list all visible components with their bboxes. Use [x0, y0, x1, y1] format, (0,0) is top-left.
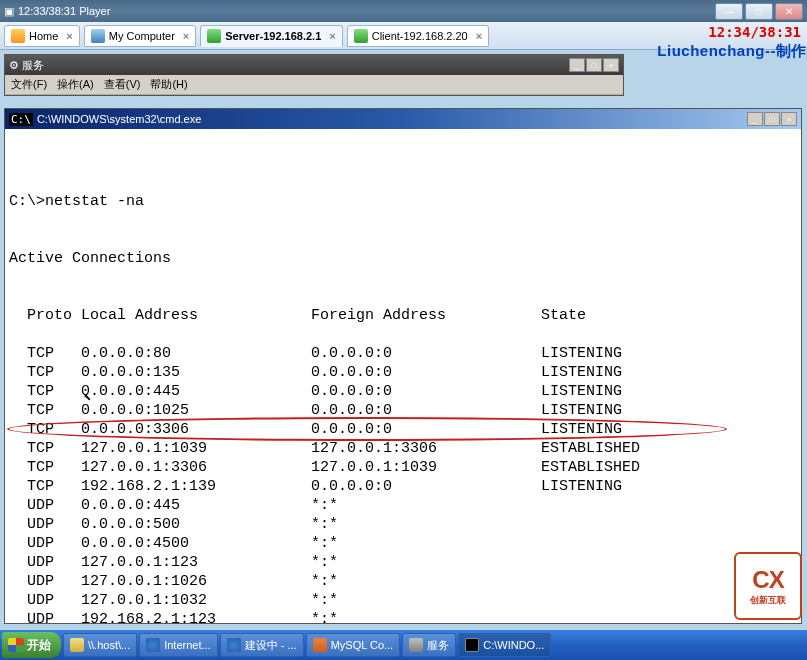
player-icon: ▣ — [4, 5, 14, 18]
tab-close-icon[interactable]: × — [183, 30, 189, 42]
cmd-title: C:\WINDOWS\system32\cmd.exe — [37, 113, 201, 125]
tab-close-icon[interactable]: × — [476, 30, 482, 42]
services-close[interactable]: × — [603, 58, 619, 72]
foreign-address-cell: *:* — [311, 572, 541, 591]
tab-client-192-168-2-20[interactable]: Client-192.168.2.20× — [347, 25, 489, 47]
state-cell: LISTENING — [541, 363, 797, 382]
proto-cell: TCP — [9, 344, 81, 363]
foreign-address-cell: *:* — [311, 496, 541, 515]
proto-cell: TCP — [9, 363, 81, 382]
close-button[interactable]: ✕ — [775, 3, 803, 20]
cmdtask-icon — [465, 638, 479, 652]
state-cell: LISTENING — [541, 382, 797, 401]
menu-item[interactable]: 帮助(H) — [150, 77, 187, 92]
connection-row: TCP0.0.0.0:33060.0.0.0:0LISTENING — [9, 420, 797, 439]
local-address-cell: 0.0.0.0:4500 — [81, 534, 311, 553]
foreign-address-cell: *:* — [311, 534, 541, 553]
start-button[interactable]: 开始 — [2, 632, 61, 658]
tab-label: My Computer — [109, 30, 175, 42]
taskbar-item-label: C:\WINDO... — [483, 639, 544, 651]
foreign-address-cell: 0.0.0.0:0 — [311, 401, 541, 420]
maximize-button[interactable]: □ — [745, 3, 773, 20]
tab-home[interactable]: Home× — [4, 25, 80, 47]
state-cell — [541, 534, 797, 553]
tab-close-icon[interactable]: × — [329, 30, 335, 42]
proto-cell: TCP — [9, 477, 81, 496]
foreign-address-cell: 127.0.0.1:1039 — [311, 458, 541, 477]
cmd-body[interactable]: C:\>netstat -na Active Connections Proto… — [5, 129, 801, 623]
state-cell: ESTABLISHED — [541, 439, 797, 458]
active-connections-label: Active Connections — [9, 250, 171, 267]
taskbar-item[interactable]: 服务 — [402, 633, 456, 657]
taskbar-item[interactable]: C:\WINDO... — [458, 633, 551, 657]
local-address-cell: 127.0.0.1:1032 — [81, 591, 311, 610]
state-cell — [541, 496, 797, 515]
cmd-minimize[interactable]: _ — [747, 112, 763, 126]
taskbar-item[interactable]: Internet... — [139, 633, 217, 657]
watermark-top: CX — [752, 566, 783, 594]
connection-row: UDP0.0.0.0:4500*:* — [9, 534, 797, 553]
home-icon — [11, 29, 25, 43]
state-cell — [541, 515, 797, 534]
ie-icon — [146, 638, 160, 652]
proto-cell: TCP — [9, 458, 81, 477]
menu-item[interactable]: 查看(V) — [104, 77, 141, 92]
proto-cell: UDP — [9, 496, 81, 515]
mysql-icon — [313, 638, 327, 652]
foreign-address-cell: *:* — [311, 553, 541, 572]
proto-cell: TCP — [9, 420, 81, 439]
connection-row: TCP127.0.0.1:3306127.0.0.1:1039ESTABLISH… — [9, 458, 797, 477]
computer-icon — [91, 29, 105, 43]
taskbar-item-label: 服务 — [427, 638, 449, 653]
local-address-cell: 0.0.0.0:500 — [81, 515, 311, 534]
connection-row: TCP0.0.0.0:4450.0.0.0:0LISTENING — [9, 382, 797, 401]
local-address-cell: 127.0.0.1:1026 — [81, 572, 311, 591]
local-address-cell: 0.0.0.0:1025 — [81, 401, 311, 420]
foreign-address-cell: 0.0.0.0:0 — [311, 382, 541, 401]
connections-header: ProtoLocal AddressForeign AddressState — [9, 306, 797, 325]
connection-row: UDP127.0.0.1:123*:* — [9, 553, 797, 572]
local-address-cell: 0.0.0.0:3306 — [81, 420, 311, 439]
minimize-button[interactable]: — — [715, 3, 743, 20]
tab-my-computer[interactable]: My Computer× — [84, 25, 196, 47]
taskbar: 开始 \\.host\...Internet...建设中 - ...MySQL … — [0, 630, 807, 660]
cmd-maximize[interactable]: □ — [764, 112, 780, 126]
proto-cell: UDP — [9, 553, 81, 572]
taskbar-item[interactable]: \\.host\... — [63, 633, 137, 657]
tab-server-192-168-2-1[interactable]: Server-192.168.2.1× — [200, 25, 342, 47]
foreign-address-cell: 0.0.0.0:0 — [311, 344, 541, 363]
services-window: ⚙ 服务 _ □ × 文件(F)操作(A)查看(V)帮助(H) — [4, 54, 624, 96]
taskbar-item[interactable]: 建设中 - ... — [220, 633, 304, 657]
tab-close-icon[interactable]: × — [66, 30, 72, 42]
foreign-address-cell: 0.0.0.0:0 — [311, 477, 541, 496]
folder-icon — [70, 638, 84, 652]
connection-row: UDP192.168.2.1:123*:* — [9, 610, 797, 623]
cmd-prompt-line: C:\>netstat -na — [9, 193, 144, 210]
connection-row: TCP192.168.2.1:1390.0.0.0:0LISTENING — [9, 477, 797, 496]
state-cell: LISTENING — [541, 344, 797, 363]
clock-overlay: 12:34/38:31 — [708, 24, 801, 40]
watermark-bottom: 创新互联 — [750, 594, 786, 607]
connection-row: UDP127.0.0.1:1032*:* — [9, 591, 797, 610]
player-title: 12:33/38:31 Player — [18, 5, 110, 17]
windows-flag-icon — [8, 638, 24, 652]
services-menubar: 文件(F)操作(A)查看(V)帮助(H) — [5, 75, 623, 95]
watermark-logo: CX 创新互联 — [734, 552, 802, 620]
services-titlebar: ⚙ 服务 _ □ × — [5, 55, 623, 75]
tab-label: Home — [29, 30, 58, 42]
menu-item[interactable]: 文件(F) — [11, 77, 47, 92]
cmd-close[interactable]: × — [781, 112, 797, 126]
taskbar-item[interactable]: MySQL Co... — [306, 633, 401, 657]
services-icon: ⚙ — [9, 59, 19, 71]
menu-item[interactable]: 操作(A) — [57, 77, 94, 92]
server-icon — [207, 29, 221, 43]
services-maximize[interactable]: □ — [586, 58, 602, 72]
services-icon — [409, 638, 423, 652]
taskbar-item-label: 建设中 - ... — [245, 638, 297, 653]
services-minimize[interactable]: _ — [569, 58, 585, 72]
connection-row: TCP127.0.0.1:1039127.0.0.1:3306ESTABLISH… — [9, 439, 797, 458]
services-title: 服务 — [22, 59, 44, 71]
connection-row: TCP0.0.0.0:10250.0.0.0:0LISTENING — [9, 401, 797, 420]
start-label: 开始 — [27, 637, 51, 654]
branding-text: Liuchenchang--制作 — [657, 42, 807, 61]
